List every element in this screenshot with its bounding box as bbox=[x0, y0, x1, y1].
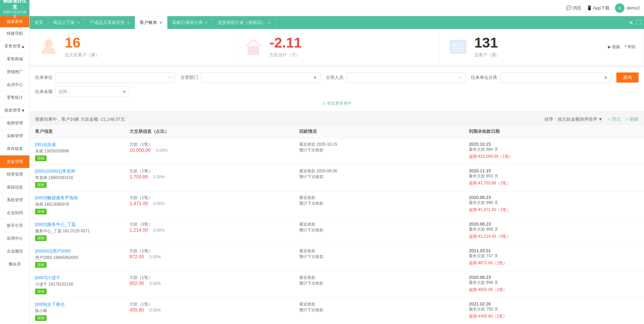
dept-dropdown-icon: ▼ bbox=[313, 75, 317, 80]
tab-product-history[interactable]: 产成品入库单历史 ✕ bbox=[85, 16, 135, 29]
sidebar-item-basic-info[interactable]: 基础信息 bbox=[0, 181, 29, 194]
sidebar-item-marketing[interactable]: 营销推广 bbox=[0, 66, 29, 79]
app-download-btn[interactable]: 📱 App下载 bbox=[587, 5, 610, 11]
filter-label-unit-category: 往来单位分类 bbox=[471, 75, 497, 81]
overdue-link-3[interactable]: 超期 ¥1,471.00（1笔） bbox=[469, 207, 639, 213]
sidebar-item-quick-nav[interactable]: 快捷导航 bbox=[0, 27, 29, 40]
message-btn[interactable]: 💬 消息 bbox=[566, 5, 582, 11]
sidebar-item-retail-mgmt[interactable]: 零售管理 ▲ bbox=[0, 40, 29, 53]
unit-category-dropdown-icon: ▼ bbox=[604, 75, 608, 80]
due-date-info-3: 2020.06.23 最长欠款 998 天 超期 ¥1,471.00（1笔） bbox=[469, 195, 639, 213]
filter-balance: 往来余额 选择... ▼ bbox=[35, 86, 130, 97]
overdue-link-5[interactable]: 超期 ¥672.00（1笔） bbox=[469, 260, 639, 266]
sidebar-item-purchase-mgmt[interactable]: 采购管理 bbox=[0, 130, 29, 143]
stat-card-actions: ▶视频 ?帮助 bbox=[608, 44, 636, 50]
overdue-link-1[interactable]: 超期 ¥10,000.00（1笔） bbox=[469, 154, 639, 159]
tab-customer-book[interactable]: 客户账本 ✕ bbox=[135, 16, 167, 29]
customer-info-4: [0002]服务中心_丁磊 服务中心_丁磊 181 0125 8371 现销 bbox=[35, 222, 130, 241]
balance-select[interactable]: 选择... ▼ bbox=[55, 86, 130, 97]
svg-rect-5 bbox=[452, 48, 464, 50]
customer-id-3[interactable]: [0003]畅捷服务尹海燕 bbox=[35, 195, 130, 201]
sidebar-item-wholesale-mgmt[interactable]: 批发管理 ▼ bbox=[0, 104, 29, 117]
table-row: [0002]服务中心_丁磊 服务中心_丁磊 181 0125 8371 现销 欠… bbox=[30, 218, 644, 245]
collapse-button[interactable]: ⟨⟨ 收起更多条件 bbox=[323, 100, 352, 106]
owed-amount-5: 672.00 bbox=[130, 254, 144, 259]
export-btn[interactable]: ○ 导出 bbox=[608, 116, 620, 122]
maximize-btn[interactable]: ⛶ bbox=[636, 20, 641, 26]
table-row: [0003]畅捷服务尹海燕 海燕 18513066976 现销 欠款（1笔） 1… bbox=[30, 192, 644, 218]
owed-amount-2: 1,703.68 bbox=[130, 174, 148, 179]
tab-close-goods[interactable]: ✕ bbox=[77, 21, 80, 25]
owed-info-3: 欠款（1笔） 1,471.00 0.00% bbox=[130, 195, 299, 206]
results-actions: 排序：按欠款金额倒序排序 ▼ ○ 导出 ○ 刷新 bbox=[544, 116, 639, 122]
col-header-due-date: 到期未收款日期 bbox=[469, 128, 639, 135]
customer-id-2[interactable]: [0001020001]李老师 bbox=[35, 168, 130, 174]
sidebar-item-app-center[interactable]: 应用中心 bbox=[0, 232, 29, 245]
tab-close-product-history[interactable]: ✕ bbox=[127, 21, 130, 25]
sidebar-item-operations[interactable]: 经营管理 bbox=[0, 168, 29, 181]
stat-info-owed-customers: 16 总欠款客户（家） bbox=[65, 36, 100, 58]
close-all-tabs-btn[interactable]: ✕ bbox=[629, 20, 633, 26]
owed-info-1: 欠款（1笔） 10,000.00 0.00% bbox=[130, 142, 299, 153]
customer-phone-1: 吴俊 13026203696 bbox=[35, 148, 130, 154]
unit-category-select[interactable]: ▼ bbox=[500, 72, 611, 83]
tab-purchase-stats[interactable]: 采购订单统计表 ✕ bbox=[167, 16, 213, 29]
customer-phone-2: 李老师 18600391516 bbox=[35, 175, 130, 181]
tab-goods[interactable]: 商品上下架 ✕ bbox=[48, 16, 85, 29]
sidebar-item-member-center[interactable]: 会员中心 bbox=[0, 79, 29, 91]
tab-home[interactable]: 首页 bbox=[30, 16, 48, 29]
svg-rect-1 bbox=[450, 40, 467, 54]
owed-info-4: 欠款（3笔） 1,214.00 0.00% bbox=[130, 222, 299, 233]
app-subtitle: 母婴行业演示账套 bbox=[2, 10, 27, 19]
customer-phone-4: 服务中心_丁磊 181 0125 8371 bbox=[35, 228, 130, 234]
customer-id-1[interactable]: [0016]吴俊 bbox=[35, 142, 130, 148]
sort-selector[interactable]: 排序：按欠款金额倒序排序 ▼ bbox=[544, 116, 603, 122]
owed-amount-6: 652.00 bbox=[130, 281, 144, 286]
manager-input[interactable]: ··· bbox=[346, 72, 466, 83]
from-unit-input[interactable]: ··· bbox=[55, 72, 175, 83]
due-date-info-6: 2020.06.23 最长欠款 998 天 超期 ¥652.00（1笔） bbox=[469, 275, 639, 293]
customer-id-4[interactable]: [0002]服务中心_丁磊 bbox=[35, 222, 130, 228]
sidebar-item-finance[interactable]: 资金管理 bbox=[0, 155, 29, 168]
export-icon: ○ bbox=[608, 117, 611, 122]
help-btn[interactable]: ?帮助 bbox=[624, 44, 636, 50]
sidebar-item-chang-member[interactable]: 畅会员 bbox=[0, 258, 29, 271]
owed-info-5: 欠款（1笔） 672.00 0.00% bbox=[130, 248, 299, 259]
tab-stock-stats[interactable]: 进货单统计表（按商品） ✕ bbox=[213, 16, 276, 29]
customer-id-5[interactable]: [000002]用户2050 bbox=[35, 248, 130, 254]
sidebar-item-retail-stats[interactable]: 零售统计 bbox=[0, 91, 29, 104]
sidebar-item-retail-store[interactable]: 零售商城 bbox=[0, 53, 29, 66]
customer-id-6[interactable]: [0007]小进干 bbox=[35, 275, 130, 281]
tab-close-purchase-stats[interactable]: ✕ bbox=[205, 21, 208, 25]
tab-close-customer-book[interactable]: ✕ bbox=[159, 21, 162, 25]
customer-table: 客户信息 欠交易信息（占比） 回款情况 到期未收款日期 [0016]吴俊 吴俊 … bbox=[30, 125, 644, 324]
overdue-link-7[interactable]: 超期 ¥455.90（1笔） bbox=[469, 314, 639, 319]
overdue-link-4[interactable]: 超期 ¥1,214.00（3笔） bbox=[469, 234, 639, 239]
sidebar-item-wechat[interactable]: 企业微信 bbox=[0, 245, 29, 258]
customer-id-7[interactable]: [0006]去下粮仓 bbox=[35, 301, 130, 307]
table-row: [0016]吴俊 吴俊 13026203696 现销 欠款（1笔） 10,000… bbox=[30, 138, 644, 165]
dept-select[interactable]: ▼ bbox=[201, 72, 320, 83]
sidebar-item-guide[interactable]: 新手引导 bbox=[0, 219, 29, 232]
stat-number-owed-customers: 16 bbox=[65, 36, 100, 50]
stat-label-owed-customers: 总欠款客户（家） bbox=[65, 52, 100, 58]
search-button[interactable]: 查询 bbox=[616, 72, 639, 83]
collapse-row: ⟨⟨ 收起更多条件 bbox=[35, 100, 639, 106]
sidebar-item-enterprise[interactable]: 企业协同 bbox=[0, 207, 29, 219]
refresh-icon: ○ bbox=[626, 117, 629, 122]
video-btn[interactable]: ▶视频 bbox=[608, 44, 620, 50]
overdue-link-6[interactable]: 超期 ¥652.00（1笔） bbox=[469, 287, 639, 293]
user-profile[interactable]: D demo2 bbox=[615, 3, 640, 13]
from-unit-dots-icon: ··· bbox=[167, 75, 172, 81]
sidebar-item-system-mgmt[interactable]: 系统管理 bbox=[0, 194, 29, 207]
collapse-icon: ⟨⟨ bbox=[323, 101, 326, 106]
owed-amount-4: 1,214.00 bbox=[130, 227, 148, 233]
refresh-btn[interactable]: ○ 刷新 bbox=[626, 116, 639, 122]
tab-close-stock-stats[interactable]: ✕ bbox=[268, 21, 271, 25]
overdue-link-2[interactable]: 超期 ¥1,703.68（1笔） bbox=[469, 180, 639, 186]
svg-rect-3 bbox=[459, 43, 464, 45]
sidebar-item-ecommerce[interactable]: 电商管理 bbox=[0, 117, 29, 130]
sidebar-item-inventory[interactable]: 库存核算 bbox=[0, 143, 29, 155]
owed-info-2: 欠款（1笔） 1,703.68 0.00% bbox=[130, 168, 299, 179]
col-header-customer: 客户信息 bbox=[35, 128, 130, 135]
